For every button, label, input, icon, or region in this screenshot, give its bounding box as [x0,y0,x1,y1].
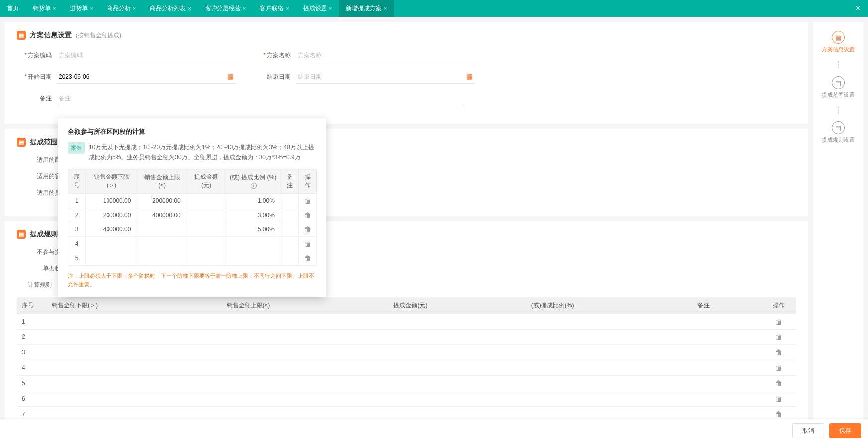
table-row[interactable]: 4🗑 [17,360,796,376]
close-icon[interactable]: × [188,0,191,17]
close-icon[interactable]: × [286,0,289,17]
table-row[interactable]: 6🗑 [17,391,796,407]
code-input[interactable] [57,49,236,62]
delete-icon[interactable]: 🗑 [775,395,782,403]
tab-new-commission-plan[interactable]: 新增提成方案× [339,0,394,17]
close-all-tabs-button[interactable]: × [852,0,864,17]
tab-sales-order[interactable]: 销货单× [26,0,63,17]
col-lower: 销售金额下限(＞) [47,297,222,314]
table-row: 2200000.00400000.003.00%🗑 [68,208,317,222]
delete-icon[interactable]: 🗑 [775,318,782,326]
anchor-icon: ▤ [832,76,845,89]
nav-connector [838,61,839,68]
anchor-icon: ▤ [832,121,845,134]
table-row: 5🗑 [68,251,317,265]
tab-purchase-order[interactable]: 进货单× [63,0,100,17]
close-icon[interactable]: × [90,0,93,17]
table-row: 4🗑 [68,236,317,251]
name-label: *方案名称 [256,51,296,60]
col-op: 操作 [761,297,796,314]
delete-icon[interactable]: 🗑 [775,379,782,387]
table-row[interactable]: 3🗑 [17,345,796,360]
table-row: 3400000.005.00%🗑 [68,222,317,236]
start-date-label: *开始日期 [17,73,57,81]
tab-product-analysis-list[interactable]: 商品分析列表× [143,0,198,17]
col-amount: 提成金额(元) [388,297,526,314]
remark-label: 备注 [17,94,57,103]
popover-note: 注：上限必须大于下限；多个阶梯时，下一个阶梯下限要等于前一阶梯上限；不同行之间下… [68,272,317,289]
cancel-button[interactable]: 取消 [792,423,824,438]
table-row[interactable]: 2🗑 [17,330,796,345]
section-hint: (按销售金额提成) [76,31,121,40]
tab-customer-tier[interactable]: 客户分层经营× [198,0,253,17]
anchor-rule[interactable]: ▤ 提成规则设置 [822,121,855,144]
tab-home[interactable]: 首页 [0,0,26,17]
section-icon: ▤ [17,230,26,239]
close-icon[interactable]: × [133,0,136,17]
interval-full-popover: 全额参与所在区间段的计算 案例 10万元以下无提成；10~20万元提成比例为1%… [58,118,326,297]
section-title: 方案信息设置 [30,31,72,40]
section-icon: ▤ [17,138,26,147]
tab-commission-settings[interactable]: 提成设置× [296,0,339,17]
delete-icon[interactable]: 🗑 [775,410,782,418]
example-text: 10万元以下无提成；10~20万元提成比例为1%；20~40万提成比例为3%；4… [89,142,317,163]
remark-input[interactable] [57,92,465,105]
delete-icon[interactable]: 🗑 [304,254,311,262]
col-index: 序号 [17,297,47,314]
rule-table: 序号 销售金额下限(＞) 销售金额上限(≤) 提成金额(元) (或)提成比例(%… [17,297,796,422]
popover-title: 全额参与所在区间段的计算 [68,127,317,136]
delete-icon[interactable]: 🗑 [775,364,782,372]
example-badge: 案例 [68,142,85,154]
col-upper: 销售金额上限(≤) [222,297,389,314]
delete-icon[interactable]: 🗑 [775,333,782,341]
end-date-input[interactable] [296,70,475,84]
calendar-icon[interactable]: ▦ [227,72,234,80]
code-label: *方案编码 [17,51,57,60]
close-icon[interactable]: × [384,0,387,17]
info-icon[interactable]: i [251,183,257,189]
calc-rule-label: 计算规则 [17,281,57,289]
calendar-icon[interactable]: ▦ [466,72,473,80]
anchor-icon: ▤ [832,31,845,44]
save-button[interactable]: 保存 [829,423,861,438]
tab-bar: 首页 销货单× 进货单× 商品分析× 商品分析列表× 客户分层经营× 客户联络×… [0,0,868,17]
nav-connector [838,107,839,113]
anchor-plan-info[interactable]: ▤ 方案信息设置 [822,31,855,53]
footer-bar: 取消 保存 [0,419,868,442]
col-remark: 备注 [693,297,761,314]
table-row: 1100000.00200000.001.00%🗑 [68,193,317,208]
end-date-label: 结束日期 [256,73,296,81]
close-icon[interactable]: × [329,0,332,17]
close-icon[interactable]: × [243,0,246,17]
delete-icon[interactable]: 🗑 [775,348,782,356]
delete-icon[interactable]: 🗑 [304,240,311,248]
section-icon: ▤ [17,31,26,40]
start-date-input[interactable] [57,70,236,84]
col-ratio: (或)提成比例(%) [526,297,693,314]
delete-icon[interactable]: 🗑 [304,197,311,205]
tab-customer-contact[interactable]: 客户联络× [253,0,296,17]
table-row[interactable]: 5🗑 [17,376,796,391]
table-row[interactable]: 1🗑 [17,314,796,330]
close-icon[interactable]: × [53,0,56,17]
delete-icon[interactable]: 🗑 [304,225,311,233]
name-input[interactable] [296,49,475,62]
delete-icon[interactable]: 🗑 [304,211,311,219]
tab-product-analysis[interactable]: 商品分析× [100,0,143,17]
anchor-nav: ▤ 方案信息设置 ▤ 提成范围设置 ▤ 提成规则设置 [813,22,863,433]
popover-table: 序号 销售金额下限 (＞) 销售金额上限 (≤) 提成金额 (元) (或) 提成… [68,169,317,266]
plan-info-panel: ▤ 方案信息设置 (按销售金额提成) *方案编码 *方案名称 *开始日期 [5,22,808,124]
anchor-scope[interactable]: ▤ 提成范围设置 [822,76,855,99]
